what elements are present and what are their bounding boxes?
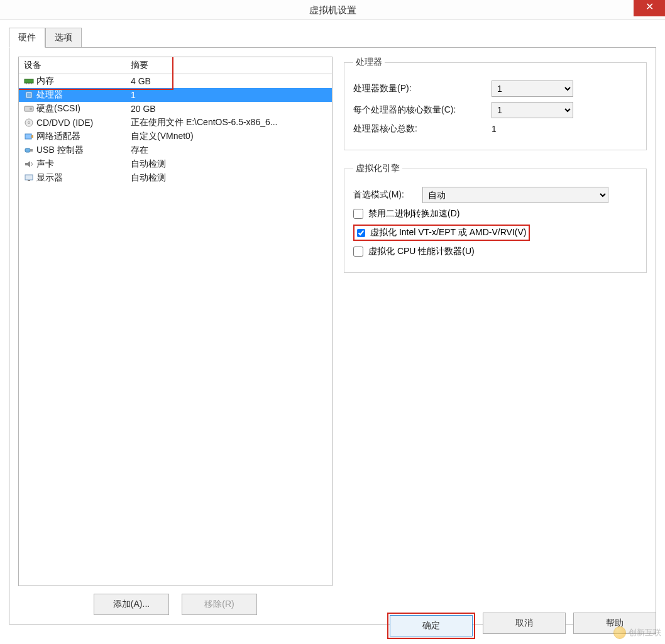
tab-hardware[interactable]: 硬件 xyxy=(9,28,45,48)
list-summary: 正在使用文件 E:\CentOS-6.5-x86_6... xyxy=(131,117,328,128)
total-cores-label: 处理器核心总数: xyxy=(353,123,492,135)
close-icon: ✕ xyxy=(646,1,654,12)
cores-per-select[interactable]: 1 xyxy=(492,102,573,118)
list-row-memory[interactable]: 内存 4 GB xyxy=(19,74,332,88)
list-summary: 20 GB xyxy=(131,104,328,114)
svg-rect-15 xyxy=(25,175,33,180)
close-button[interactable]: ✕ xyxy=(634,0,665,16)
cancel-button[interactable]: 取消 xyxy=(483,613,566,634)
tab-options[interactable]: 选项 xyxy=(45,28,82,47)
list-summary: 自定义(VMnet0) xyxy=(131,131,328,142)
cd-icon xyxy=(24,118,34,127)
sound-icon xyxy=(24,160,34,169)
memory-icon xyxy=(24,77,34,86)
svg-marker-14 xyxy=(25,161,30,167)
list-label: 显示器 xyxy=(36,172,63,184)
disable-bt-label: 禁用二进制转换加速(D) xyxy=(368,208,459,219)
hardware-panel: 设备 摘要 内存 4 GB xyxy=(9,47,656,625)
svg-rect-12 xyxy=(25,148,30,152)
list-summary: 1 xyxy=(131,90,328,100)
annotation-highlight-ok: 确定 xyxy=(387,613,475,639)
vtx-label: 虚拟化 Intel VT-x/EPT 或 AMD-V/RVI(V) xyxy=(370,227,526,238)
list-label: 网络适配器 xyxy=(36,131,80,142)
svg-rect-5 xyxy=(27,93,31,97)
cpu-icon xyxy=(24,91,34,99)
device-list[interactable]: 设备 摘要 内存 4 GB xyxy=(18,57,332,586)
virt-group: 虚拟化引擎 首选模式(M): 自动 禁用二进制转换加速(D) 虚拟化 Intel xyxy=(344,163,647,273)
svg-rect-16 xyxy=(28,180,30,181)
pref-mode-label: 首选模式(M): xyxy=(353,189,422,201)
num-processors-select[interactable]: 1 xyxy=(492,80,573,97)
svg-rect-10 xyxy=(25,134,31,139)
tab-row: 硬件 选项 xyxy=(9,28,656,47)
svg-point-9 xyxy=(28,122,30,124)
right-column: 处理器 处理器数量(P): 1 每个处理器的核心数量(C): 1 xyxy=(344,57,647,615)
list-label: 内存 xyxy=(36,75,54,87)
list-row-usb[interactable]: USB 控制器 存在 xyxy=(19,143,332,157)
cores-per-label: 每个处理器的核心数量(C): xyxy=(353,104,492,116)
list-row-cd[interactable]: CD/DVD (IDE) 正在使用文件 E:\CentOS-6.5-x86_6.… xyxy=(19,116,332,130)
header-device: 设备 xyxy=(24,60,131,71)
window-title: 虚拟机设置 xyxy=(309,4,356,15)
left-column: 设备 摘要 内存 4 GB xyxy=(18,57,332,615)
watermark-logo-icon xyxy=(613,626,626,639)
total-cores-value: 1 xyxy=(492,124,637,134)
virt-legend: 虚拟化引擎 xyxy=(353,163,402,174)
cpu-legend: 处理器 xyxy=(353,57,385,68)
add-button[interactable]: 添加(A)... xyxy=(94,594,169,615)
pref-mode-select[interactable]: 自动 xyxy=(422,187,608,203)
watermark: 创新互联 xyxy=(613,626,661,639)
svg-rect-2 xyxy=(28,83,30,84)
ok-button[interactable]: 确定 xyxy=(390,615,473,636)
cpu-group: 处理器 处理器数量(P): 1 每个处理器的核心数量(C): 1 xyxy=(344,57,647,150)
svg-rect-13 xyxy=(30,149,33,152)
svg-point-7 xyxy=(30,108,32,110)
svg-rect-3 xyxy=(31,83,32,84)
remove-button[interactable]: 移除(R) xyxy=(182,594,257,615)
nic-icon xyxy=(24,132,34,141)
usb-icon xyxy=(24,146,34,155)
list-label: 处理器 xyxy=(36,89,63,101)
cpu-perf-label: 虚拟化 CPU 性能计数器(U) xyxy=(368,246,475,257)
list-summary: 自动检测 xyxy=(131,158,328,170)
list-summary: 4 GB xyxy=(131,76,328,86)
header-summary: 摘要 xyxy=(131,60,328,71)
list-label: 声卡 xyxy=(36,158,54,170)
disk-icon xyxy=(24,104,34,113)
svg-rect-11 xyxy=(31,135,33,138)
list-row-cpu[interactable]: 处理器 1 xyxy=(19,88,332,102)
list-summary: 存在 xyxy=(131,145,328,156)
list-label: CD/DVD (IDE) xyxy=(36,118,93,128)
list-row-disk[interactable]: 硬盘(SCSI) 20 GB xyxy=(19,102,332,116)
display-icon xyxy=(24,174,34,182)
list-row-nic[interactable]: 网络适配器 自定义(VMnet0) xyxy=(19,130,332,143)
disable-bt-checkbox[interactable] xyxy=(353,209,363,219)
watermark-text: 创新互联 xyxy=(629,627,661,638)
list-summary: 自动检测 xyxy=(131,172,328,184)
title-bar: 虚拟机设置 ✕ xyxy=(0,0,665,20)
vtx-checkbox[interactable] xyxy=(357,229,365,237)
list-label: 硬盘(SCSI) xyxy=(36,103,80,114)
dialog-footer: 确定 取消 帮助 xyxy=(9,613,656,639)
cpu-perf-checkbox[interactable] xyxy=(353,247,363,257)
dialog-body: 硬件 选项 设备 摘要 内存 4 GB xyxy=(0,20,665,644)
list-label: USB 控制器 xyxy=(36,145,84,156)
annotation-highlight-vtx: 虚拟化 Intel VT-x/EPT 或 AMD-V/RVI(V) xyxy=(353,225,530,241)
svg-rect-1 xyxy=(26,83,27,84)
device-list-header: 设备 摘要 xyxy=(19,57,332,74)
list-row-display[interactable]: 显示器 自动检测 xyxy=(19,171,332,185)
list-row-sound[interactable]: 声卡 自动检测 xyxy=(19,157,332,171)
svg-rect-0 xyxy=(25,79,33,83)
num-processors-label: 处理器数量(P): xyxy=(353,83,492,94)
device-button-row: 添加(A)... 移除(R) xyxy=(18,594,332,615)
